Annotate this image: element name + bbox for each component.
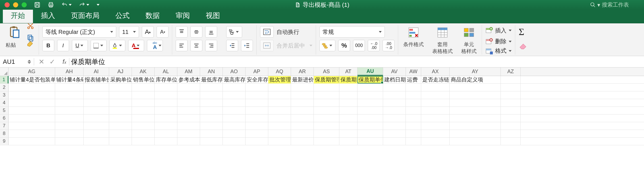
cell-AL6[interactable]: [155, 114, 177, 122]
cell-AI7[interactable]: [84, 122, 109, 130]
cell-AH5[interactable]: [55, 107, 84, 114]
cell-AS2[interactable]: [314, 84, 339, 91]
cell-AW8[interactable]: [406, 130, 421, 137]
row-header-1[interactable]: 1: [0, 76, 9, 83]
cell-AT9[interactable]: [339, 138, 358, 145]
cell-AI8[interactable]: [84, 130, 109, 137]
cell-AN6[interactable]: [200, 114, 223, 122]
align-middle-button[interactable]: [190, 26, 202, 38]
cell-AJ6[interactable]: [109, 114, 132, 122]
cell-AR3[interactable]: [291, 91, 314, 99]
row-header-5[interactable]: 5: [0, 107, 9, 114]
cell-AW7[interactable]: [406, 122, 421, 130]
cell-AX3[interactable]: [421, 91, 450, 99]
cell-AS6[interactable]: [314, 114, 339, 122]
col-header-AW[interactable]: AW: [406, 67, 421, 76]
undo-button[interactable]: [61, 2, 72, 8]
cell-AR2[interactable]: [291, 84, 314, 91]
font-size-combo[interactable]: 11: [119, 26, 139, 38]
cell-AH6[interactable]: [55, 114, 84, 122]
col-header-AX[interactable]: AX: [421, 67, 450, 76]
col-header-AM[interactable]: AM: [177, 67, 200, 76]
number-format-combo[interactable]: 常规: [319, 26, 385, 38]
col-header-AH[interactable]: AH: [55, 67, 84, 76]
col-header-AY[interactable]: AY: [450, 67, 501, 76]
cell-AU7[interactable]: [358, 122, 383, 130]
cell-AL2[interactable]: [155, 84, 177, 91]
cell-AH7[interactable]: [55, 122, 84, 130]
cell-AT3[interactable]: [339, 91, 358, 99]
cell-AM1[interactable]: 参考成本: [177, 76, 200, 83]
col-header-AL[interactable]: AL: [155, 67, 177, 76]
cell-AH3[interactable]: [55, 91, 84, 99]
cell-AI4[interactable]: [84, 99, 109, 107]
cell-AU4[interactable]: [358, 99, 383, 107]
cell-AQ4[interactable]: [268, 99, 291, 107]
cell-AW9[interactable]: [406, 138, 421, 145]
tab-数据[interactable]: 数据: [138, 9, 168, 23]
cell-AQ6[interactable]: [268, 114, 291, 122]
cell-AN8[interactable]: [200, 130, 223, 137]
redo-button[interactable]: [79, 2, 89, 8]
align-top-button[interactable]: [176, 26, 188, 38]
cell-AP9[interactable]: [246, 138, 268, 145]
cell-AQ3[interactable]: [268, 91, 291, 99]
cell-AZ4[interactable]: [501, 99, 521, 107]
format-painter-button[interactable]: [26, 39, 35, 48]
cell-AY6[interactable]: [450, 114, 501, 122]
cell-AN9[interactable]: [200, 138, 223, 145]
cell-AX5[interactable]: [421, 107, 450, 114]
cell-AY4[interactable]: [450, 99, 501, 107]
cell-AO4[interactable]: [223, 99, 246, 107]
cell-AQ9[interactable]: [268, 138, 291, 145]
cell-AY1[interactable]: 商品自定义项: [450, 76, 501, 83]
cell-AP2[interactable]: [246, 84, 268, 91]
align-bottom-button[interactable]: [205, 26, 217, 38]
cell-AT8[interactable]: [339, 130, 358, 137]
cell-AM6[interactable]: [177, 114, 200, 122]
cell-AX1[interactable]: 是否走冻链: [421, 76, 450, 83]
cell-AX9[interactable]: [421, 138, 450, 145]
col-header-AS[interactable]: AS: [314, 67, 339, 76]
row-header-6[interactable]: 6: [0, 114, 9, 122]
cell-AZ2[interactable]: [501, 84, 521, 91]
cell-AU5[interactable]: [358, 107, 383, 114]
cell-AH2[interactable]: [55, 84, 84, 91]
print-icon[interactable]: [48, 2, 54, 8]
cell-AO5[interactable]: [223, 107, 246, 114]
cell-AO1[interactable]: 最高库存: [223, 76, 246, 83]
cell-AV5[interactable]: [383, 107, 406, 114]
cell-AJ2[interactable]: [109, 84, 132, 91]
italic-button[interactable]: I: [57, 40, 69, 51]
cell-AV3[interactable]: [383, 91, 406, 99]
cell-AJ7[interactable]: [109, 122, 132, 130]
maximize-icon[interactable]: [22, 2, 27, 7]
name-box[interactable]: AU1: [0, 58, 34, 66]
cell-AU3[interactable]: [358, 91, 383, 99]
cell-AY7[interactable]: [450, 122, 501, 130]
cell-AM5[interactable]: [177, 107, 200, 114]
cell-AN4[interactable]: [200, 99, 223, 107]
cell-AX7[interactable]: [421, 122, 450, 130]
cell-AT2[interactable]: [339, 84, 358, 91]
cell-AL9[interactable]: [155, 138, 177, 145]
cell-AS9[interactable]: [314, 138, 339, 145]
cell-AI2[interactable]: [84, 84, 109, 91]
cell-AW5[interactable]: [406, 107, 421, 114]
increase-decimal-button[interactable]: ←.0.00: [368, 40, 380, 51]
delete-cells-button[interactable]: 删除: [495, 38, 506, 45]
comma-button[interactable]: 000: [353, 40, 365, 51]
align-left-button[interactable]: [176, 40, 188, 51]
cell-AM8[interactable]: [177, 130, 200, 137]
cell-AX8[interactable]: [421, 130, 450, 137]
tab-页面布局[interactable]: 页面布局: [63, 9, 107, 23]
cell-AL7[interactable]: [155, 122, 177, 130]
cell-AY8[interactable]: [450, 130, 501, 137]
cell-AQ1[interactable]: 批次管理: [268, 76, 291, 83]
decrease-font-button[interactable]: A▾: [157, 26, 169, 38]
cell-AJ3[interactable]: [109, 91, 132, 99]
cell-AQ7[interactable]: [268, 122, 291, 130]
cell-AW2[interactable]: [406, 84, 421, 91]
cell-AJ5[interactable]: [109, 107, 132, 114]
cell-AG4[interactable]: [9, 99, 55, 107]
